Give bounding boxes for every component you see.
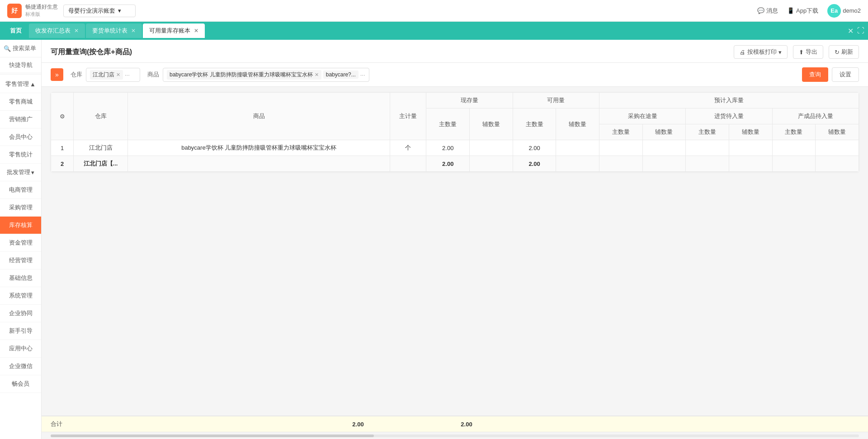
tab-receipt-summary-label: 收发存汇总表	[35, 27, 71, 35]
sidebar-item-inventory-label: 库存核算	[9, 221, 33, 229]
sidebar-item-system-mgmt-label: 系统管理	[9, 292, 33, 300]
export-icon: ⬆	[799, 49, 804, 56]
sidebar-item-ecommerce[interactable]: 电商管理	[0, 181, 41, 199]
message-label: 消息	[766, 7, 778, 15]
export-label: 导出	[806, 48, 817, 56]
warehouse-more-icon[interactable]: ···	[125, 71, 130, 78]
row2-purchase-transit-aux	[642, 156, 686, 172]
app-download-button[interactable]: 📱 App下载	[787, 7, 818, 15]
th-current-main: 主数量	[426, 109, 470, 140]
warehouse-tag-label: 江北门店	[93, 71, 114, 79]
th-current-stock: 现存量	[426, 93, 513, 109]
product-filter-input[interactable]: babycare学饮杯 儿童防摔防撞吸管杯重力球吸嘴杯宝宝水杯 ✕ babyca…	[163, 68, 369, 82]
row1-seq: 1	[51, 140, 74, 156]
sidebar-item-retail-store-label: 零售商城	[9, 98, 33, 106]
chevron-icon-2: ▾	[31, 169, 34, 176]
sidebar-item-new-guide[interactable]: 新手引导	[0, 322, 41, 340]
sidebar-item-operations[interactable]: 经营管理	[0, 252, 41, 269]
app-subtitle: 标准版	[25, 11, 58, 18]
sidebar-search[interactable]: 🔍 搜索菜单	[0, 40, 41, 57]
sidebar-item-member-center-label: 会员中心	[9, 133, 33, 141]
chevron-icon: ▲	[30, 81, 36, 88]
sidebar-item-retail-store[interactable]: 零售商城	[0, 93, 41, 111]
filter-toggle-button[interactable]: »	[51, 68, 63, 81]
tab-available-inventory-label: 可用量库存账本	[149, 27, 190, 35]
tab-home[interactable]: 首页	[4, 24, 28, 38]
product-more-icon[interactable]: ···	[360, 71, 365, 78]
tab-available-inventory-close[interactable]: ✕	[194, 28, 198, 34]
top-bar-left: 好 畅捷通好生意 标准版 母婴行业演示账套 ▾	[7, 4, 136, 18]
sidebar-item-finance[interactable]: 资金管理	[0, 234, 41, 252]
tab-requisition-stats-close[interactable]: ✕	[131, 28, 136, 34]
search-icon: 🔍	[4, 45, 11, 52]
export-button[interactable]: ⬆ 导出	[793, 45, 823, 59]
warehouse-tag-close[interactable]: ✕	[116, 72, 120, 78]
user-profile[interactable]: Ea demo2	[827, 4, 861, 18]
sidebar-item-enterprise-wechat-label: 企业微信	[9, 362, 33, 370]
footer-label: 合计	[51, 420, 331, 428]
sidebar-quick-nav[interactable]: 快捷导航	[0, 57, 41, 73]
message-button[interactable]: 💬 消息	[757, 7, 778, 15]
sidebar-item-operations-label: 经营管理	[9, 256, 33, 264]
row2-current-main: 2.00	[426, 156, 470, 172]
print-button[interactable]: 🖨 按模板打印 ▾	[734, 45, 788, 59]
sidebar-item-member-center[interactable]: 会员中心	[0, 128, 41, 146]
row2-current-aux	[470, 156, 513, 172]
row2-seq: 2	[51, 156, 74, 172]
sidebar-item-retail-stats[interactable]: 零售统计	[0, 146, 41, 164]
th-available-aux: 辅数量	[556, 109, 599, 140]
chevron-down-icon: ▾	[118, 7, 121, 14]
refresh-button[interactable]: ↻ 刷新	[829, 45, 859, 59]
th-production-pending: 产成品待入量	[772, 109, 859, 124]
sidebar-item-wholesale-mgmt-label: 批发管理	[7, 168, 30, 176]
row1-purchase-transit-aux	[642, 140, 686, 156]
industry-label: 母婴行业演示账套	[68, 7, 115, 15]
th-production-main: 主数量	[772, 124, 816, 140]
table-row: 1 江北门店 babycare学饮杯 儿童防摔防撞吸管杯重力球吸嘴杯宝宝水杯 个…	[51, 140, 859, 156]
table-settings-icon[interactable]: ⚙	[51, 93, 74, 140]
row1-incoming-main	[686, 140, 729, 156]
sidebar-item-enterprise-collab[interactable]: 企业协同	[0, 305, 41, 322]
sidebar-item-retail-mgmt[interactable]: 零售管理 ▲	[0, 76, 41, 93]
fullscreen-button[interactable]: ⛶	[857, 27, 864, 35]
th-unit: 主计量	[390, 93, 426, 140]
tab-receipt-summary-close[interactable]: ✕	[74, 28, 79, 34]
sidebar-item-app-center[interactable]: 应用中心	[0, 340, 41, 358]
sidebar-item-wholesale-mgmt[interactable]: 批发管理 ▾	[0, 164, 41, 181]
sidebar-item-enterprise-wechat[interactable]: 企业微信	[0, 358, 41, 375]
query-button[interactable]: 查询	[802, 67, 828, 82]
sidebar-item-finance-label: 资金管理	[9, 239, 33, 247]
product-filter-label: 商品	[147, 71, 159, 79]
settings-button[interactable]: 设置	[832, 67, 859, 82]
th-current-aux: 辅数量	[470, 109, 513, 140]
sidebar-item-purchase-mgmt[interactable]: 采购管理	[0, 199, 41, 217]
sidebar-item-marketing[interactable]: 营销推广	[0, 111, 41, 128]
sidebar-item-retail-mgmt-label: 零售管理	[5, 80, 29, 88]
industry-selector[interactable]: 母婴行业演示账套 ▾	[63, 5, 136, 17]
sidebar: 🔍 搜索菜单 快捷导航 零售管理 ▲ 零售商城 营销推广 会员中心 零售统计 批…	[0, 40, 42, 439]
row1-current-aux	[470, 140, 513, 156]
row1-incoming-aux	[729, 140, 772, 156]
row2-purchase-transit-main	[599, 156, 643, 172]
product-tag1-close[interactable]: ✕	[315, 72, 319, 78]
scrollbar-thumb[interactable]	[51, 434, 374, 437]
tab-receipt-summary[interactable]: 收发存汇总表 ✕	[29, 24, 85, 38]
sidebar-item-inventory[interactable]: 库存核算	[0, 217, 41, 234]
app-logo: 好	[7, 4, 22, 18]
avatar-text: Ea	[830, 7, 838, 14]
horizontal-scrollbar[interactable]	[42, 432, 868, 439]
th-available-main: 主数量	[513, 109, 556, 140]
th-purchase-transit: 采购在途量	[599, 109, 686, 124]
row2-production-aux	[816, 156, 859, 172]
row2-incoming-main	[686, 156, 729, 172]
tab-requisition-stats[interactable]: 要货单统计表 ✕	[86, 24, 142, 38]
warehouse-filter-input[interactable]: 江北门店 ✕ ···	[86, 68, 140, 82]
sidebar-item-member[interactable]: 畅会员	[0, 375, 41, 393]
sidebar-item-system-mgmt[interactable]: 系统管理	[0, 287, 41, 305]
tab-available-inventory[interactable]: 可用量库存账本 ✕	[143, 24, 205, 38]
close-all-tabs-button[interactable]: ✕	[848, 27, 854, 35]
message-icon: 💬	[757, 7, 764, 14]
th-production-aux: 辅数量	[816, 124, 859, 140]
logo-text-group: 畅捷通好生意 标准版	[25, 4, 58, 18]
sidebar-item-basic-info[interactable]: 基础信息	[0, 269, 41, 287]
